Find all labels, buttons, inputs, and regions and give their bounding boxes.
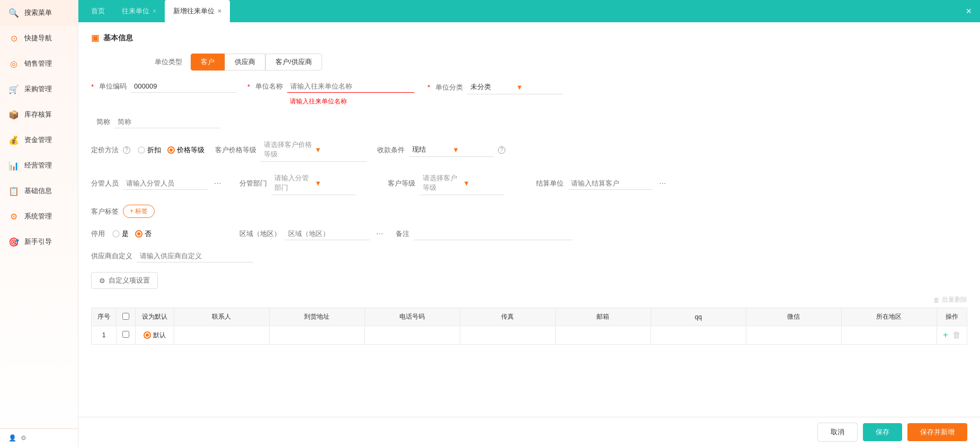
sidebar-item-quick-nav[interactable]: ⊙ 快捷导航 <box>0 25 78 51</box>
td-fax[interactable] <box>460 326 555 345</box>
unit-code-input[interactable] <box>131 80 237 93</box>
disabled-field: 停用 是 否 <box>91 229 229 239</box>
section-icon: ▣ <box>91 33 99 43</box>
add-tag-button[interactable]: + 标签 <box>123 205 155 218</box>
phone-input[interactable] <box>370 331 455 339</box>
settlement-more-icon[interactable]: ··· <box>657 179 668 188</box>
sidebar-item-basics[interactable]: 📋 基础信息 <box>0 178 78 204</box>
tab-units-close[interactable]: × <box>153 7 156 15</box>
th-qq: qq <box>651 308 746 326</box>
unit-category-field: * 单位分类 未分类 ▼ <box>427 80 576 94</box>
close-window-icon[interactable]: × <box>961 6 976 17</box>
region-input2[interactable] <box>847 331 931 339</box>
sidebar-label-guide: 新手引导 <box>24 237 52 247</box>
tab-new-unit-close[interactable]: × <box>218 7 221 15</box>
delete-row-icon[interactable]: 🗑 <box>952 330 961 340</box>
form-content: ▣ 基本信息 单位类型 客户 供应商 客户/供应商 * 单位编码 <box>78 22 980 417</box>
sidebar-item-system[interactable]: ⚙ 系统管理 <box>0 204 78 229</box>
pricing-level-radio[interactable]: 价格等级 <box>167 145 204 155</box>
type-btn-supplier[interactable]: 供应商 <box>225 54 265 71</box>
customer-level-select[interactable]: 请选择客户等级 ▼ <box>420 171 504 195</box>
short-name-input[interactable] <box>114 116 220 128</box>
unit-code-label: 单位编码 <box>99 82 127 91</box>
sidebar-item-inventory[interactable]: 📦 库存核算 <box>0 102 78 127</box>
unit-category-select[interactable]: 未分类 ▼ <box>467 80 563 94</box>
tags-row: 客户标签 + 标签 <box>91 205 967 218</box>
th-seq: 序号 <box>92 308 117 326</box>
address-input[interactable] <box>275 331 359 339</box>
department-select[interactable]: 请输入分管部门 ▼ <box>271 171 356 195</box>
save-button[interactable]: 保存 <box>863 423 902 441</box>
unit-name-input[interactable] <box>287 80 414 93</box>
th-contact: 联系人 <box>174 308 269 326</box>
td-actions: + 🗑 <box>937 326 967 345</box>
add-row-icon[interactable]: + <box>943 330 948 340</box>
type-btn-both[interactable]: 客户/供应商 <box>265 54 322 71</box>
td-email[interactable] <box>555 326 651 345</box>
sidebar-label-system: 系统管理 <box>24 212 52 221</box>
sidebar-label-search: 搜索菜单 <box>24 8 52 17</box>
customer-price-level-select[interactable]: 请选择客户价格等级 ▼ <box>261 138 367 162</box>
remark-input[interactable] <box>414 227 573 240</box>
payment-terms-help-icon[interactable]: ? <box>498 146 505 154</box>
td-address[interactable] <box>269 326 364 345</box>
td-qq[interactable] <box>651 326 746 345</box>
sidebar-label-inventory: 库存核算 <box>24 110 52 119</box>
tab-units-label: 往来单位 <box>122 6 149 16</box>
sidebar: 🔍 搜索菜单 ⊙ 快捷导航 ◎ 销售管理 🛒 采购管理 📦 库存核算 💰 资金管… <box>0 0 78 447</box>
disabled-no-radio[interactable]: 否 <box>135 229 152 239</box>
unit-category-label: 单位分类 <box>435 83 463 92</box>
unit-name-error: 请输入往来单位名称 <box>290 98 347 105</box>
td-region[interactable] <box>841 326 937 345</box>
td-wechat[interactable] <box>746 326 841 345</box>
qq-input[interactable] <box>656 331 741 339</box>
discount-radio-circle <box>138 146 145 154</box>
row-checkbox[interactable] <box>122 331 129 338</box>
custom-settings-button[interactable]: ⚙ 自定义项设置 <box>91 272 158 289</box>
tab-new-unit[interactable]: 新增往来单位 × <box>165 0 230 22</box>
unit-name-required: * <box>247 83 250 91</box>
default-radio-item[interactable]: 默认 <box>141 331 168 340</box>
cancel-button[interactable]: 取消 <box>817 423 858 442</box>
fax-input[interactable] <box>466 331 550 339</box>
region-input[interactable] <box>285 227 370 240</box>
th-select-all-checkbox[interactable] <box>122 313 129 320</box>
sidebar-item-operations[interactable]: 📊 经营管理 <box>0 153 78 178</box>
th-default: 设为默认 <box>136 308 174 326</box>
payment-terms-select[interactable]: 现结 ▼ <box>409 143 494 157</box>
section-header: ▣ 基本信息 <box>91 33 967 43</box>
email-input[interactable] <box>561 331 645 339</box>
pricing-help-icon[interactable]: ? <box>123 146 130 154</box>
customer-tag-field: 客户标签 + 标签 <box>91 205 155 218</box>
settlement-unit-field: 结算单位 ··· <box>536 177 668 190</box>
sidebar-item-finance[interactable]: 💰 资金管理 <box>0 127 78 153</box>
contact-input[interactable] <box>180 331 264 339</box>
unit-code-field: * 单位编码 <box>91 80 237 93</box>
tab-units[interactable]: 往来单位 × <box>113 0 165 22</box>
default-label: 默认 <box>153 331 166 340</box>
save-new-button[interactable]: 保存并新增 <box>907 423 967 441</box>
td-contact[interactable] <box>174 326 269 345</box>
disabled-yes-radio[interactable]: 是 <box>112 229 129 239</box>
settings-icon: ⚙ <box>21 434 26 442</box>
finance-icon: 💰 <box>8 135 19 145</box>
main-area: 首页 往来单位 × 新增往来单位 × × ▣ 基本信息 单位类型 客户 供应商 … <box>78 0 980 447</box>
supplier-custom-input[interactable] <box>137 250 253 262</box>
settlement-unit-input[interactable] <box>568 177 653 190</box>
manager-input[interactable] <box>123 177 208 190</box>
sidebar-item-purchase[interactable]: 🛒 采购管理 <box>0 76 78 102</box>
sidebar-item-guide[interactable]: 🎯 新手引导 <box>0 229 78 255</box>
wechat-input[interactable] <box>752 331 836 339</box>
pricing-discount-radio[interactable]: 折扣 <box>138 145 161 155</box>
sidebar-item-sales[interactable]: ◎ 销售管理 <box>0 51 78 76</box>
tab-home[interactable]: 首页 <box>83 0 113 22</box>
sidebar-item-search[interactable]: 🔍 搜索菜单 <box>0 0 78 25</box>
region-more-icon[interactable]: ··· <box>374 229 385 239</box>
guide-icon: 🎯 <box>8 236 19 247</box>
customer-price-level-field: 客户价格等级 请选择客户价格等级 ▼ <box>215 138 367 162</box>
tab-home-label: 首页 <box>91 6 105 16</box>
th-email: 邮箱 <box>555 308 651 326</box>
type-btn-customer[interactable]: 客户 <box>191 54 225 71</box>
manager-more-icon[interactable]: ··· <box>212 179 223 188</box>
td-phone[interactable] <box>364 326 460 345</box>
